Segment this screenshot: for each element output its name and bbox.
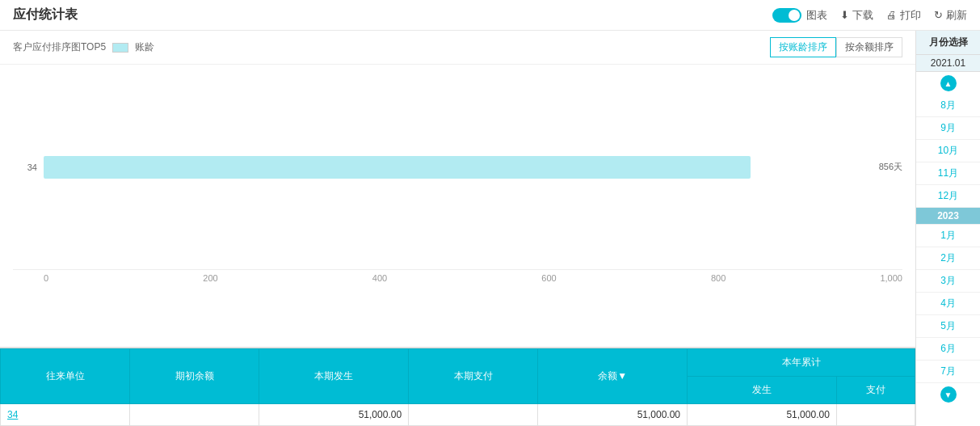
chart-toggle[interactable] [772,8,801,23]
sidebar-month-12[interactable]: 12月 [916,185,980,208]
row-balance: 51,000.00 [538,404,688,426]
row-opening-balance [130,404,259,426]
th-period-occur: 本期发生 [259,349,409,404]
x-axis-800: 800 [711,273,726,283]
toggle-label: 图表 [806,8,827,23]
chart-section: 客户应付排序图TOP5 账龄 按账龄排序 按余额排序 34 [0,31,915,426]
row-annual-pay [836,404,915,426]
sidebar-month-9[interactable]: 9月 [916,117,980,140]
sidebar-month-11[interactable]: 11月 [916,162,980,185]
table-section: 往来单位 期初余额 本期发生 本期支付 余额▼ 本年累计 发生 支付 [0,347,915,426]
nav-down-arrow[interactable]: ▼ [940,386,957,403]
bar-container [44,156,869,179]
download-button[interactable]: ⬇ 下载 [840,8,873,23]
unit-link[interactable]: 34 [7,409,18,420]
nav-up-arrow[interactable]: ▲ [940,75,957,91]
sidebar-month-2[interactable]: 2月 [916,247,980,270]
sort-by-balance-button[interactable]: 按余额排序 [836,37,902,57]
print-label: 打印 [900,8,921,23]
header-actions: 图表 ⬇ 下载 🖨 打印 ↻ 刷新 [772,8,967,23]
th-opening-balance: 期初余额 [130,349,259,404]
th-annual-occur: 发生 [688,377,837,404]
th-annual-cumulative: 本年累计 [688,349,915,377]
x-axis-0: 0 [44,273,48,283]
sidebar-month-8[interactable]: 8月 [916,95,980,117]
sidebar-month-3[interactable]: 3月 [916,270,980,293]
sidebar-nav-down: ▼ [916,383,980,406]
chart-sort-buttons: 按账龄排序 按余额排序 [770,37,902,57]
sidebar-header: 月份选择 [916,31,980,55]
row-period-pay [409,404,538,426]
x-axis: 0 200 400 600 800 1,000 [13,269,902,283]
sidebar-month-6[interactable]: 6月 [916,338,980,361]
chart-toggle-wrap: 图表 [772,8,827,23]
refresh-button[interactable]: ↻ 刷新 [934,8,967,23]
x-axis-600: 600 [541,273,556,283]
sort-by-age-button[interactable]: 按账龄排序 [770,37,836,57]
legend-box [112,43,128,53]
sidebar-month-1[interactable]: 1月 [916,225,980,247]
th-annual-pay: 支付 [836,377,915,404]
row-period-occur: 51,000.00 [259,404,409,426]
refresh-label: 刷新 [946,8,967,23]
th-period-pay: 本期支付 [409,349,538,404]
sidebar-month-7[interactable]: 7月 [916,361,980,383]
x-axis-200: 200 [203,273,217,283]
chart-header: 客户应付排序图TOP5 账龄 按账龄排序 按余额排序 [0,31,915,65]
chart-area: 34 856天 0 200 400 600 800 [0,65,915,347]
data-table: 往来单位 期初余额 本期发生 本期支付 余额▼ 本年累计 发生 支付 [0,348,915,426]
bar-row: 34 856天 [13,156,902,179]
content-area: 客户应付排序图TOP5 账龄 按账龄排序 按余额排序 34 [0,31,980,426]
sidebar-year: 2021.01 [916,55,980,72]
refresh-icon: ↻ [934,9,943,21]
row-annual-occur: 51,000.00 [688,404,837,426]
download-icon: ⬇ [840,9,849,21]
table-header-row: 往来单位 期初余额 本期发生 本期支付 余额▼ 本年累计 [1,349,915,377]
legend-box-label: 账龄 [135,40,154,54]
balance-sort-icon: ▼ [617,370,627,382]
chart-legend: 客户应付排序图TOP5 账龄 [13,40,154,54]
bar-fill [44,156,751,179]
x-axis-400: 400 [372,273,387,283]
th-unit: 往来单位 [1,349,130,404]
bar-label: 34 [13,162,37,172]
table-row: 34 51,000.00 51,000.00 51,000.00 [1,404,915,426]
balance-label: 余额 [598,370,617,382]
sidebar-month-5[interactable]: 5月 [916,315,980,338]
print-icon: 🖨 [886,9,897,21]
page-title: 应付统计表 [13,6,78,23]
row-unit: 34 [1,404,130,426]
sidebar-month-4[interactable]: 4月 [916,293,980,315]
x-axis-1000: 1,000 [880,273,902,283]
th-balance: 余额▼ [538,349,688,404]
sidebar: 月份选择 2021.01 ▲ 8月 9月 10月 11月 12月 2023 1月… [915,31,980,426]
bar-chart: 34 856天 0 200 400 600 800 [13,73,902,283]
legend-text: 客户应付排序图TOP5 [13,40,106,54]
page-header: 应付统计表 图表 ⬇ 下载 🖨 打印 ↻ 刷新 [0,0,980,31]
sidebar-year-2023[interactable]: 2023 [916,208,980,225]
print-button[interactable]: 🖨 打印 [886,8,921,23]
sidebar-nav-up: ▲ [916,72,980,95]
sidebar-month-10[interactable]: 10月 [916,140,980,162]
bar-end-label: 856天 [879,161,902,173]
download-label: 下载 [852,8,873,23]
